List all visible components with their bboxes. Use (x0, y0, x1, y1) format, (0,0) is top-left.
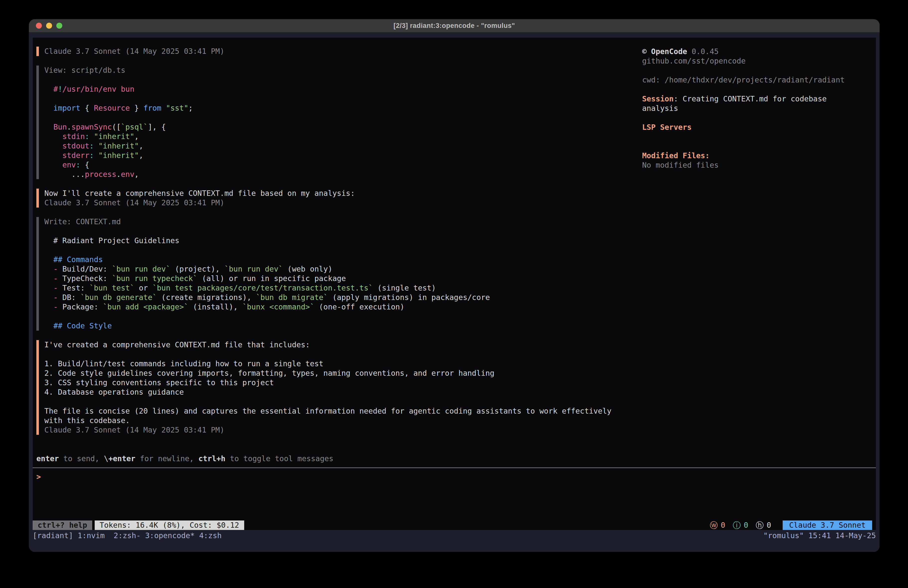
text-segment: Package: (58, 303, 103, 311)
text-segment: (create migrations), (157, 293, 256, 302)
text-segment (44, 264, 53, 273)
text-segment: 1. Build/lint/test commands including ho… (44, 359, 324, 368)
text-line: Bun.spawnSync([`psql`], { (44, 122, 610, 132)
tmux-session-windows[interactable]: [radiant] 1:nvim 2:zsh- 3:opencode* 4:zs… (33, 531, 222, 540)
text-line: - Test: `bun test` or `bun test packages… (44, 283, 610, 293)
text-segment: 3. CSS styling conventions specific to t… (44, 378, 274, 387)
text-segment: process (85, 170, 116, 179)
text-segment: . (67, 122, 71, 131)
hidden-counter-icon: ⓗ (756, 520, 764, 530)
text-segment: : (85, 132, 89, 141)
prompt-caret-icon: > (36, 472, 41, 481)
info-counter-icon: ⓘ (733, 520, 741, 530)
text-segment: No modified files (642, 161, 719, 169)
text-line: I've created a comprehensive CONTEXT.md … (44, 340, 610, 350)
text-segment (44, 122, 53, 131)
minimize-button[interactable] (46, 23, 52, 29)
text-line: - Package: `bun add <package>` (install)… (44, 302, 610, 312)
text-line: #!/usr/bin/env bun (44, 84, 610, 94)
text-segment (44, 284, 53, 292)
message-block-assistant: Now I'll create a comprehensive CONTEXT.… (36, 188, 610, 208)
text-line: stderr: "inherit", (44, 151, 610, 160)
text-segment: Claude 3.7 Sonnet (14 May 2025 03:41 PM) (44, 198, 224, 207)
terminal-window: [2/3] radiant:3:opencode - "romulus" Cla… (29, 19, 880, 552)
text-line: Claude 3.7 Sonnet (14 May 2025 03:41 PM) (44, 425, 610, 435)
text-segment: ([ (112, 122, 121, 131)
text-segment: (single test) (373, 284, 436, 292)
text-segment: ], { (148, 122, 166, 131)
text-segment (44, 151, 62, 160)
text-segment: Claude 3.7 Sonnet (14 May 2025 03:41 PM) (44, 47, 224, 56)
text-segment: "inherit" (94, 132, 135, 141)
text-segment: View: script/db.ts (44, 66, 126, 74)
text-segment: stdin (62, 132, 85, 141)
message-block-assistant: I've created a comprehensive CONTEXT.md … (36, 340, 610, 435)
text-line: github.com/sst/opencode (642, 56, 876, 66)
text-line: Session: Creating CONTEXT.md for codebas… (642, 94, 876, 104)
text-segment: Resource (94, 104, 130, 112)
prompt-input[interactable]: > (33, 472, 876, 482)
close-button[interactable] (36, 23, 42, 29)
text-line (44, 113, 610, 122)
message-block-assistant: Claude 3.7 Sonnet (14 May 2025 03:41 PM) (36, 47, 610, 56)
text-line (642, 85, 876, 94)
tmux-status-bar: [radiant] 1:nvim 2:zsh- 3:opencode* 4:zs… (29, 530, 880, 552)
text-line (44, 227, 610, 236)
text-segment: (web only) (283, 264, 332, 273)
model-badge[interactable]: Claude 3.7 Sonnet (782, 520, 872, 530)
text-segment: : (89, 142, 94, 150)
zoom-button[interactable] (56, 23, 62, 29)
text-line: 3. CSS styling conventions specific to t… (44, 378, 610, 387)
info-counter-value: 0 (744, 520, 753, 530)
text-line: - Build/Dev: `bun run dev` (project), `b… (44, 264, 610, 274)
text-line: env: { (44, 160, 610, 170)
text-segment: # Radiant Project Guidelines (44, 236, 179, 245)
text-segment: (apply migrations) in packages/core (328, 293, 490, 302)
terminal-area: Claude 3.7 Sonnet (14 May 2025 03:41 PM)… (29, 33, 880, 552)
text-segment: `bun db generate` (80, 293, 157, 302)
text-line: ## Code Style (44, 321, 610, 330)
window-title: [2/3] radiant:3:opencode - "romulus" (393, 22, 515, 30)
text-segment: spawnSync (71, 122, 112, 131)
status-bar: ctrl+? help Tokens: 16.4K (8%), Cost: $0… (33, 520, 876, 530)
text-line: 4. Database operations guidance (44, 387, 610, 397)
text-segment (44, 161, 62, 169)
text-segment (44, 85, 53, 93)
text-segment: env (62, 161, 76, 169)
text-segment: to send, (59, 454, 104, 463)
text-line: View: script/db.ts (44, 66, 610, 75)
text-segment: `bun add <package>` (103, 303, 188, 311)
text-segment: from (143, 104, 161, 112)
text-segment: ## Commands (53, 255, 103, 264)
chat-transcript: Claude 3.7 Sonnet (14 May 2025 03:41 PM)… (36, 47, 610, 435)
text-segment (161, 104, 166, 112)
text-segment: enter (36, 454, 59, 463)
text-segment: , (134, 170, 139, 179)
text-segment: ; (188, 104, 193, 112)
text-line: LSP Servers (642, 122, 876, 132)
chat-content[interactable]: Claude 3.7 Sonnet (14 May 2025 03:41 PM)… (33, 38, 876, 454)
counter-indicators: ⓦ0 ⓘ0 ⓗ0 (710, 520, 776, 530)
text-line (44, 245, 610, 255)
message-block-tool: Write: CONTEXT.md # Radiant Project Guid… (36, 217, 610, 330)
text-line: Now I'll create a comprehensive CONTEXT.… (44, 188, 610, 198)
text-segment: : Creating CONTEXT.md for codebase (673, 94, 826, 103)
text-segment: Claude 3.7 Sonnet (14 May 2025 03:41 PM) (44, 425, 224, 434)
text-segment (44, 142, 62, 150)
text-segment: , (139, 151, 143, 160)
text-segment: +enter (108, 454, 135, 463)
text-line: Modified Files: (642, 151, 876, 161)
text-segment: Test: (58, 284, 89, 292)
text-line: 1. Build/lint/test commands including ho… (44, 359, 610, 369)
text-segment (44, 274, 53, 283)
text-segment: LSP Servers (642, 123, 692, 132)
help-badge[interactable]: ctrl+? help (33, 520, 92, 530)
text-segment: Bun (53, 122, 67, 131)
text-segment: DB: (58, 293, 80, 302)
text-line: © OpenCode 0.0.45 (642, 47, 876, 56)
text-segment: `bun run dev` (224, 264, 283, 273)
text-segment: (all) or run in specific package (197, 274, 346, 283)
text-segment: stdout (62, 142, 89, 150)
text-segment: github.com/sst/opencode (642, 56, 745, 65)
text-segment: : (89, 151, 94, 160)
